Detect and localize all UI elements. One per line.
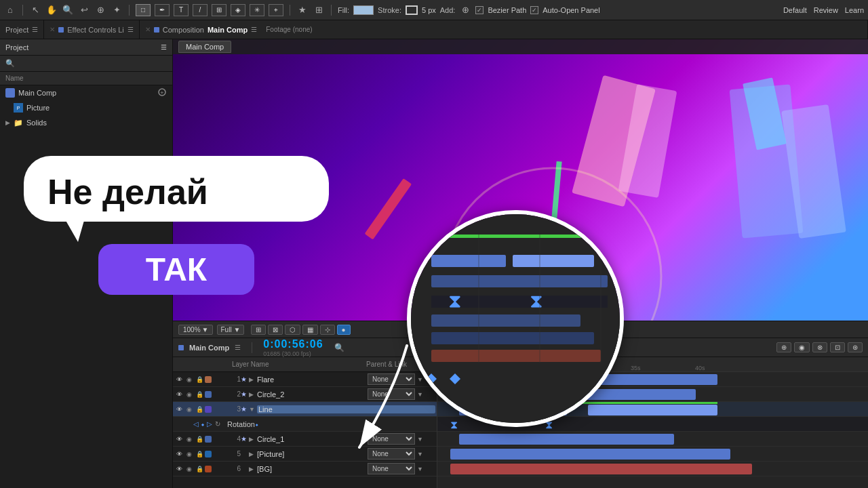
solo-icon-3[interactable]: ◉ <box>184 405 194 414</box>
track-bar-2[interactable] <box>459 389 696 400</box>
learn-btn[interactable]: Learn <box>845 6 864 14</box>
comp-name-tab[interactable]: Main Comp <box>208 26 248 34</box>
track-row-1[interactable] <box>437 372 868 387</box>
track-row-3[interactable] <box>437 402 868 417</box>
expand-5[interactable]: ▶ <box>249 451 257 458</box>
solo-icon-2[interactable]: ◉ <box>184 390 194 399</box>
toggle-guides[interactable]: ⊹ <box>320 325 335 335</box>
lock-icon-5[interactable]: 🔒 <box>195 449 204 459</box>
layer-row-5[interactable]: 👁 ◉ 🔒 5 ★ ▶ [Picture] None ▼ <box>173 447 437 462</box>
keyframe-hourglass-1[interactable]: ⧗ <box>450 419 458 431</box>
auto-open-checkbox[interactable]: ✓ <box>530 6 538 14</box>
label-icon-4[interactable] <box>205 436 212 443</box>
track-bar-1[interactable] <box>459 374 717 385</box>
add-icon[interactable]: ⊕ <box>459 4 471 16</box>
solo-icon-1[interactable]: ◉ <box>184 375 194 384</box>
effect-menu-icon[interactable]: ☰ <box>127 26 134 33</box>
track-row-4[interactable] <box>437 432 868 447</box>
track-bar-6[interactable] <box>450 464 752 474</box>
toggle-color[interactable]: ● <box>337 325 351 335</box>
visibility-icon-4[interactable]: 👁 <box>174 434 184 444</box>
toggle-region[interactable]: ⊠ <box>268 325 283 335</box>
track-row-2[interactable] <box>437 387 868 402</box>
project-item-picture[interactable]: P Picture <box>0 100 172 115</box>
playhead[interactable] <box>446 357 447 371</box>
star-icon[interactable]: ★ <box>296 4 309 16</box>
line-tool[interactable]: / <box>193 4 208 16</box>
close-tab-icon[interactable]: ✕ <box>50 26 55 33</box>
stroke-color[interactable] <box>406 5 418 15</box>
expand-6[interactable]: ▶ <box>249 466 257 472</box>
bezier-checkbox[interactable]: ✓ <box>475 6 484 14</box>
motion-blur[interactable]: ⊛ <box>848 342 863 352</box>
parent-select-4[interactable]: None <box>368 433 415 445</box>
timeline-menu[interactable]: ☰ <box>235 344 241 351</box>
keyframe-add[interactable]: ⬥ <box>201 420 205 428</box>
parent-select-5[interactable]: None <box>368 448 415 460</box>
shy-switch[interactable]: ⊗ <box>812 342 827 352</box>
comp-close-icon[interactable]: ✕ <box>145 26 151 33</box>
project-item-solids[interactable]: ▶ 📁 Solids <box>0 115 172 130</box>
keyframe-nav-prev[interactable]: ◁ <box>193 420 199 428</box>
timeline-tracks[interactable]: 20s 25s 30s 35s 40s <box>437 357 868 488</box>
rotate-tool[interactable]: ↩ <box>78 4 90 16</box>
hand-tool[interactable]: ✋ <box>45 4 58 16</box>
panel-menu-icon[interactable]: ☰ <box>32 26 38 33</box>
lock-icon-3[interactable]: 🔒 <box>195 405 204 414</box>
layer-row-4[interactable]: 👁 ◉ 🔒 4 ★ ▶ Circle_1 None ▼ <box>173 432 437 447</box>
lock-icon-6[interactable]: 🔒 <box>195 464 204 474</box>
pan-tool[interactable]: ✦ <box>111 4 123 16</box>
label-icon-1[interactable] <box>205 376 212 383</box>
parent-select-6[interactable]: None <box>368 463 415 474</box>
visibility-icon-1[interactable]: 👁 <box>174 375 184 384</box>
lock-icon-2[interactable]: 🔒 <box>195 390 204 399</box>
solo-icon-4[interactable]: ◉ <box>184 434 194 444</box>
track-tool[interactable]: ⌖ <box>269 4 283 16</box>
visibility-icon-5[interactable]: 👁 <box>174 449 184 459</box>
comp-menu-icon[interactable]: ☰ <box>251 26 257 33</box>
expand-2[interactable]: ▶ <box>249 391 257 398</box>
label-icon-5[interactable] <box>205 451 212 458</box>
select-tool[interactable]: ↖ <box>29 4 41 16</box>
layer-row-2[interactable]: 👁 ◉ 🔒 2 ★ ▶ Circle_2 None ▼ <box>173 387 437 402</box>
home-icon[interactable]: ⌂ <box>4 4 16 16</box>
solo-icon-6[interactable]: ◉ <box>184 464 194 474</box>
project-tab[interactable]: Project <box>5 26 28 34</box>
toggle-transparency[interactable]: ⊞ <box>251 325 266 335</box>
solo-switch[interactable]: ◉ <box>794 342 810 352</box>
track-row-6[interactable] <box>437 462 868 476</box>
lock-icon-1[interactable]: 🔒 <box>195 375 204 384</box>
solo-icon-5[interactable]: ◉ <box>184 449 194 459</box>
track-bar-3a[interactable] <box>459 405 567 415</box>
puppet-tool[interactable]: ✳ <box>250 4 264 16</box>
fill-tool[interactable]: ◈ <box>231 4 245 16</box>
anchor-tool[interactable]: ⊞ <box>212 4 226 16</box>
draft-switch[interactable]: ⊡ <box>830 342 845 352</box>
default-btn[interactable]: Default <box>783 6 807 14</box>
zoom-tool[interactable]: 🔍 <box>62 4 74 16</box>
keyframe-hourglass-2[interactable]: ⧗ <box>545 419 553 431</box>
review-btn[interactable]: Review <box>814 6 838 14</box>
grid-icon[interactable]: ⊞ <box>313 4 325 16</box>
visibility-icon-6[interactable]: 👁 <box>174 464 184 474</box>
parent-select-2[interactable]: None <box>368 388 415 400</box>
search-input[interactable] <box>18 60 167 68</box>
layer-row-3[interactable]: 👁 ◉ 🔒 3 ★ ▼ Line <box>173 402 437 417</box>
label-icon-3[interactable] <box>205 406 212 413</box>
add-footage-icon[interactable]: + <box>157 87 167 98</box>
expand-3[interactable]: ▼ <box>249 406 257 413</box>
lock-icon-4[interactable]: 🔒 <box>195 434 204 444</box>
label-icon-2[interactable] <box>205 391 212 398</box>
text-tool[interactable]: T <box>174 4 189 16</box>
layer-row-6[interactable]: 👁 ◉ 🔒 6 ★ ▶ [BG] None ▼ <box>173 462 437 476</box>
quality-control[interactable]: Full ▼ <box>217 325 243 335</box>
layer-row-1[interactable]: 👁 ◉ 🔒 1 ★ ▶ Flare None ▼ <box>173 372 437 387</box>
comp-viewer[interactable]: Main Comp <box>173 39 868 321</box>
fill-color[interactable] <box>353 5 374 15</box>
pen-tool[interactable]: ✒ <box>155 4 170 16</box>
visibility-icon-2[interactable]: 👁 <box>174 390 184 399</box>
track-row-5[interactable] <box>437 447 868 462</box>
track-bar-3b[interactable] <box>588 405 717 415</box>
add-marker[interactable]: ⊕ <box>776 342 791 352</box>
toggle-grid[interactable]: ▦ <box>302 325 318 335</box>
